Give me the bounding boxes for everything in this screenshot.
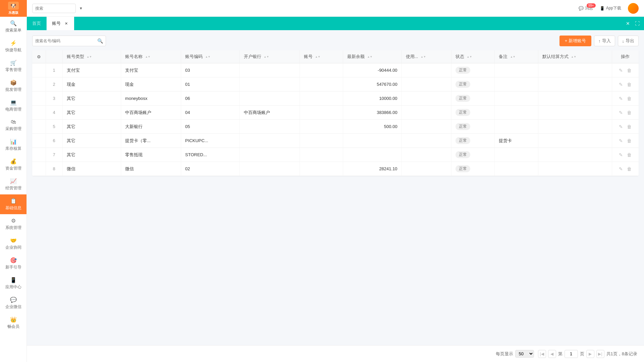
delete-button[interactable]: 🗑: [626, 67, 633, 74]
header-dropdown[interactable]: ▾: [80, 6, 82, 11]
sidebar-item-member[interactable]: 👑 畅会员: [0, 313, 26, 333]
sidebar-item-inventory[interactable]: 📊 库存核算: [0, 135, 26, 155]
row-default-settlement: [538, 134, 612, 148]
delete-button[interactable]: 🗑: [626, 166, 633, 172]
page-next-button[interactable]: ▶: [586, 350, 594, 358]
app-center-icon: 📱: [10, 277, 17, 283]
delete-button[interactable]: 🗑: [626, 152, 633, 158]
edit-button[interactable]: ✎: [618, 109, 624, 116]
th-account[interactable]: 账号 ▲▼: [300, 50, 343, 63]
sidebar-item-ecommerce-mgmt[interactable]: 💻 电商管理: [0, 96, 26, 116]
edit-button[interactable]: ✎: [618, 137, 624, 144]
delete-button[interactable]: 🗑: [626, 123, 633, 130]
page-prev-button[interactable]: ◀: [548, 350, 556, 358]
row-remark: [495, 106, 538, 120]
th-code[interactable]: 账号编码 ▲▼: [181, 50, 240, 63]
sidebar-item-enterprise-wechat[interactable]: 💬 企业微信: [0, 293, 26, 313]
th-default-settlement[interactable]: 默认结算方式 ▲▼: [538, 50, 612, 63]
th-balance[interactable]: 最新余额 ▲▼: [343, 50, 402, 63]
export-button[interactable]: ↓ 导出: [618, 36, 639, 46]
th-type[interactable]: 账号类型 ▲▼: [62, 50, 121, 63]
page-size-select[interactable]: 50 10 20 100: [515, 350, 534, 358]
table-row: 5 其它 大新银行 05 500.00 正常 ✎ 🗑: [32, 120, 639, 134]
th-bank[interactable]: 开户银行 ▲▼: [239, 50, 300, 63]
header-right: 💬 消息 99+ 📱 App下载: [579, 3, 639, 14]
table-row: 8 微信 微信 02 28241.10 正常 ✎ 🗑: [32, 162, 639, 176]
edit-button[interactable]: ✎: [618, 152, 624, 158]
settings-gear-icon[interactable]: ⚙: [37, 54, 41, 59]
row-status: 正常: [451, 92, 494, 106]
row-status: 正常: [451, 120, 494, 134]
th-usage[interactable]: 使用... ▲▼: [401, 50, 451, 63]
sidebar: 🐶 乐惠版 🔍 搜索菜单 ⚡ 快捷导航 🛒 零售管理 📦 批发管理 💻 电商管理…: [0, 0, 27, 362]
sidebar-item-purchase-mgmt[interactable]: 🛍 采购管理: [0, 116, 26, 135]
search-menu-icon: 🔍: [10, 20, 17, 26]
row-status: 正常: [451, 134, 494, 148]
header-left: ▾: [32, 4, 82, 13]
pagination: |◀ ◀ 第 页 ▶ ▶| 共1页，8条记录: [538, 350, 637, 358]
message-button[interactable]: 💬 消息 99+: [579, 5, 593, 11]
th-settings[interactable]: ⚙: [32, 50, 46, 63]
page-number-input[interactable]: [565, 350, 578, 358]
th-remark[interactable]: 备注 ▲▼: [495, 50, 538, 63]
sidebar-item-newbie-guide[interactable]: 🎯 新手引导: [0, 254, 26, 274]
sidebar-item-operations-mgmt[interactable]: 📈 经营管理: [0, 175, 26, 194]
sidebar-item-wholesale-mgmt[interactable]: 📦 批发管理: [0, 76, 26, 96]
sidebar-item-system-mgmt[interactable]: ⚙ 系统管理: [0, 214, 26, 234]
top-header: ▾ 💬 消息 99+ 📱 App下载: [27, 0, 644, 17]
add-account-button[interactable]: + 新增账号: [559, 36, 591, 46]
tab-close-accounts[interactable]: ✕: [63, 21, 69, 26]
tab-expand-button[interactable]: ⛶: [633, 19, 641, 27]
chevron-down-icon: ▾: [80, 6, 82, 11]
sidebar-item-search-menu[interactable]: 🔍 搜索菜单: [0, 17, 26, 37]
sort-code-icon: ▲▼: [205, 55, 211, 58]
row-balance: 500.00: [343, 120, 402, 134]
search-box: 🔍: [32, 36, 106, 46]
app-download-button[interactable]: 📱 App下载: [600, 5, 621, 11]
delete-button[interactable]: 🗑: [626, 109, 633, 116]
tab-close-all-button[interactable]: ✕: [624, 19, 632, 27]
sidebar-item-enterprise-agreement[interactable]: 🤝 企业协同: [0, 234, 26, 254]
sidebar-item-label: 快捷导航: [5, 47, 21, 53]
header-search-input[interactable]: [32, 4, 76, 13]
edit-button[interactable]: ✎: [618, 67, 624, 74]
main-area: ▾ 💬 消息 99+ 📱 App下载 首页 账号 ✕ ✕ ⛶: [27, 0, 644, 362]
row-type: 微信: [62, 162, 121, 176]
sort-settlement-icon: ▲▼: [571, 55, 576, 58]
import-button[interactable]: ↑ 导入: [594, 36, 615, 46]
page-first-button[interactable]: |◀: [538, 350, 546, 358]
row-balance: 547670.00: [343, 77, 402, 92]
delete-button[interactable]: 🗑: [626, 137, 633, 144]
sidebar-item-app-center[interactable]: 📱 应用中心: [0, 274, 26, 293]
row-actions: ✎ 🗑: [612, 162, 639, 176]
row-remark: [495, 120, 538, 134]
edit-button[interactable]: ✎: [618, 95, 624, 102]
row-bank: [239, 77, 300, 92]
search-icon[interactable]: 🔍: [97, 38, 103, 44]
delete-button[interactable]: 🗑: [626, 95, 633, 102]
sidebar-item-label: 应用中心: [5, 284, 21, 290]
row-account: [300, 134, 343, 148]
toolbar: 🔍 + 新增账号 ↑ 导入 ↓ 导出: [32, 36, 639, 46]
delete-button[interactable]: 🗑: [626, 81, 633, 88]
sidebar-item-capital-mgmt[interactable]: 💰 资金管理: [0, 155, 26, 175]
sort-type-icon: ▲▼: [87, 55, 92, 58]
sidebar-item-quick-nav[interactable]: ⚡ 快捷导航: [0, 37, 26, 56]
edit-button[interactable]: ✎: [618, 123, 624, 130]
sidebar-item-retail-mgmt[interactable]: 🛒 零售管理: [0, 56, 26, 76]
th-name[interactable]: 账号名称 ▲▼: [121, 50, 181, 63]
page-last-button[interactable]: ▶|: [596, 350, 604, 358]
tab-accounts[interactable]: 账号 ✕: [47, 17, 74, 30]
th-status[interactable]: 状态 ▲▼: [451, 50, 494, 63]
account-search-input[interactable]: [35, 39, 97, 43]
avatar[interactable]: [628, 3, 639, 14]
app-logo: 🐶 乐惠版: [0, 0, 27, 17]
row-index: 6: [46, 134, 62, 148]
tab-home[interactable]: 首页: [27, 17, 47, 30]
sidebar-item-label: 电商管理: [5, 107, 21, 112]
sidebar-item-basic-info[interactable]: 📋 基础信息: [0, 194, 26, 214]
accounts-table: ⚙ 账号类型 ▲▼ 账号名称 ▲▼ 账号编码 ▲▼: [32, 50, 639, 176]
row-actions: ✎ 🗑: [612, 63, 639, 77]
edit-button[interactable]: ✎: [618, 81, 624, 88]
edit-button[interactable]: ✎: [618, 166, 624, 172]
